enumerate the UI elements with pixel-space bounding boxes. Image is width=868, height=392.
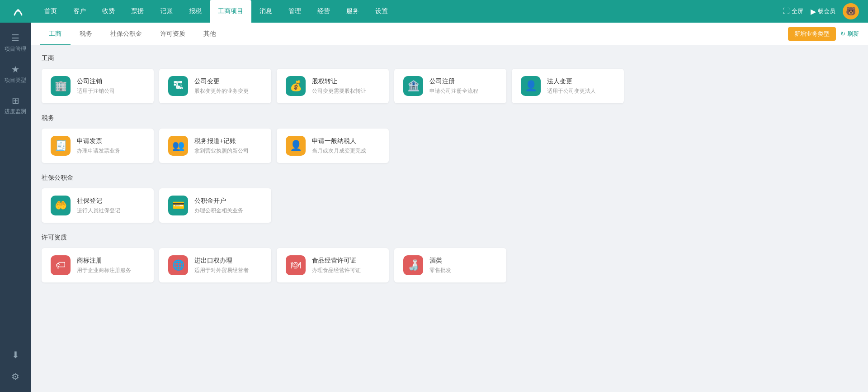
legal-change-text: 法人变更 适用于公司变更法人 — [547, 77, 596, 95]
sidebar-item-progress[interactable]: ⊞ 进度监测 — [0, 90, 31, 121]
tab-bar: 工商 税务 社保公积金 许可资质 其他 新增业务类型 ↻ 刷新 — [31, 23, 868, 45]
nav-settings[interactable]: 设置 — [367, 0, 396, 23]
apply-invoice-desc: 办理申请发票业务 — [77, 147, 120, 155]
fullscreen-label: 全屏 — [792, 7, 803, 15]
tab-shuiwu[interactable]: 税务 — [71, 23, 101, 45]
main-layout: ☰ 项目管理 ★ 项目类型 ⊞ 进度监测 ⬇ ⚙ 工商 税务 社保公积金 许可资… — [0, 23, 868, 392]
apply-invoice-text: 申请发票 办理申请发票业务 — [77, 137, 120, 155]
company-cancel-icon: 🏢 — [51, 76, 71, 96]
sidebar-label-project-type: 项目类型 — [5, 76, 26, 84]
nav-business[interactable]: 工商项目 — [210, 0, 251, 23]
card-company-register[interactable]: 🏦 公司注册 申请公司注册全流程 — [394, 69, 506, 103]
nav-home[interactable]: 首页 — [36, 0, 65, 23]
general-taxpayer-icon: 👤 — [286, 136, 306, 156]
sidebar-bottom: ⬇ ⚙ — [0, 344, 31, 392]
card-apply-invoice[interactable]: 🧾 申请发票 办理申请发票业务 — [42, 129, 154, 163]
tab-shebao[interactable]: 社保公积金 — [101, 23, 151, 45]
nav-manage[interactable]: 管理 — [280, 0, 309, 23]
section-title-gongshang: 工商 — [42, 54, 857, 62]
support-icon: ⚙ — [11, 371, 19, 382]
sidebar-item-project-type[interactable]: ★ 项目类型 — [0, 58, 31, 90]
company-register-title: 公司注册 — [429, 77, 478, 86]
tax-reporting-title: 税务报道+记账 — [194, 137, 249, 145]
section-title-shebao: 社保公积金 — [42, 174, 857, 182]
card-food-license[interactable]: 🍽 食品经营许可证 办理食品经营许可证 — [277, 248, 389, 282]
apply-invoice-icon: 🧾 — [51, 136, 71, 156]
general-taxpayer-title: 申请一般纳税人 — [312, 137, 366, 145]
refresh-label: 刷新 — [847, 30, 859, 38]
trademark-icon: 🏷 — [51, 255, 71, 275]
tab-gongshang[interactable]: 工商 — [40, 23, 71, 45]
new-type-button[interactable]: 新增业务类型 — [788, 27, 836, 41]
card-provident-fund[interactable]: 💳 公积金开户 办理公积金相关业务 — [159, 188, 271, 223]
social-insurance-desc: 进行人员社保登记 — [77, 207, 120, 215]
card-company-cancel[interactable]: 🏢 公司注销 适用于注销公司 — [42, 69, 154, 103]
nav-accounting[interactable]: 记账 — [152, 0, 181, 23]
card-general-taxpayer[interactable]: 👤 申请一般纳税人 当月或次月成变更完成 — [277, 129, 389, 163]
general-taxpayer-text: 申请一般纳税人 当月或次月成变更完成 — [312, 137, 366, 155]
import-export-title: 进出口权办理 — [194, 257, 249, 265]
nav-customer[interactable]: 客户 — [65, 0, 94, 23]
equity-transfer-text: 股权转让 公司变更需要股权转让 — [312, 77, 366, 95]
scroll-content[interactable]: 工商 🏢 公司注销 适用于注销公司 🏗 公司变更 股权变更外的业务变更 — [31, 45, 868, 392]
card-import-export[interactable]: 🌐 进出口权办理 适用于对外贸易经营者 — [159, 248, 271, 282]
card-trademark[interactable]: 🏷 商标注册 用于企业商标注册服务 — [42, 248, 154, 282]
provident-fund-icon: 💳 — [168, 196, 188, 215]
card-tax-reporting[interactable]: 👥 税务报道+记账 拿到营业执照的新公司 — [159, 129, 271, 163]
tax-reporting-text: 税务报道+记账 拿到营业执照的新公司 — [194, 137, 249, 155]
nav-operation[interactable]: 经营 — [309, 0, 338, 23]
nav-tax[interactable]: 报税 — [181, 0, 210, 23]
fullscreen-button[interactable]: ⛶ 全屏 — [783, 7, 803, 15]
vip-icon: ▶ — [811, 7, 816, 16]
company-cancel-desc: 适用于注销公司 — [77, 87, 115, 95]
refresh-button[interactable]: ↻ 刷新 — [840, 30, 859, 38]
vip-label: 畅会员 — [818, 7, 835, 15]
progress-icon: ⊞ — [12, 95, 19, 106]
tab-xuke[interactable]: 许可资质 — [151, 23, 194, 45]
company-change-desc: 股权变更外的业务变更 — [194, 87, 249, 95]
vip-button[interactable]: ▶ 畅会员 — [811, 7, 835, 16]
top-navigation: 首页 客户 收费 票据 记账 报税 工商项目 消息 管理 经营 服务 设置 ⛶ … — [0, 0, 868, 23]
card-alcohol[interactable]: 🍶 酒类 零售批发 — [394, 248, 506, 282]
company-cancel-text: 公司注销 适用于注销公司 — [77, 77, 115, 95]
nav-service[interactable]: 服务 — [338, 0, 367, 23]
sidebar-download[interactable]: ⬇ — [0, 344, 31, 366]
company-cancel-title: 公司注销 — [77, 77, 115, 86]
nav-items: 首页 客户 收费 票据 记账 报税 工商项目 消息 管理 经营 服务 设置 — [32, 0, 783, 23]
equity-transfer-desc: 公司变更需要股权转让 — [312, 87, 366, 95]
tab-other[interactable]: 其他 — [194, 23, 225, 45]
nav-invoice[interactable]: 票据 — [123, 0, 152, 23]
trademark-text: 商标注册 用于企业商标注册服务 — [77, 257, 131, 274]
section-title-shuiwu: 税务 — [42, 114, 857, 122]
fullscreen-icon: ⛶ — [783, 7, 790, 15]
equity-transfer-icon: 💰 — [286, 76, 306, 96]
avatar[interactable]: 🐻 — [843, 3, 859, 19]
nav-right: ⛶ 全屏 ▶ 畅会员 🐻 — [783, 3, 868, 19]
food-license-text: 食品经营许可证 办理食品经营许可证 — [312, 257, 361, 274]
provident-fund-desc: 办理公积金相关业务 — [194, 207, 243, 215]
project-management-icon: ☰ — [11, 33, 19, 43]
sidebar-item-project-management[interactable]: ☰ 项目管理 — [0, 27, 31, 58]
sidebar-support[interactable]: ⚙ — [0, 366, 31, 387]
card-company-change[interactable]: 🏗 公司变更 股权变更外的业务变更 — [159, 69, 271, 103]
tax-reporting-icon: 👥 — [168, 136, 188, 156]
trademark-desc: 用于企业商标注册服务 — [77, 267, 131, 274]
company-register-text: 公司注册 申请公司注册全流程 — [429, 77, 478, 95]
general-taxpayer-desc: 当月或次月成变更完成 — [312, 147, 366, 155]
nav-fee[interactable]: 收费 — [94, 0, 123, 23]
tax-reporting-desc: 拿到营业执照的新公司 — [194, 147, 249, 155]
company-change-title: 公司变更 — [194, 77, 249, 86]
card-legal-change[interactable]: 👤 法人变更 适用于公司变更法人 — [512, 69, 624, 103]
nav-message[interactable]: 消息 — [251, 0, 280, 23]
cards-grid-shebao: 🤲 社保登记 进行人员社保登记 💳 公积金开户 办理公积金相关业务 — [42, 188, 857, 223]
alcohol-desc: 零售批发 — [429, 267, 451, 274]
equity-transfer-title: 股权转让 — [312, 77, 366, 86]
card-social-insurance[interactable]: 🤲 社保登记 进行人员社保登记 — [42, 188, 154, 223]
provident-fund-title: 公积金开户 — [194, 197, 243, 205]
apply-invoice-title: 申请发票 — [77, 137, 120, 145]
legal-change-desc: 适用于公司变更法人 — [547, 87, 596, 95]
food-license-icon: 🍽 — [286, 255, 306, 275]
tab-actions: 新增业务类型 ↻ 刷新 — [788, 27, 859, 41]
import-export-desc: 适用于对外贸易经营者 — [194, 267, 249, 274]
card-equity-transfer[interactable]: 💰 股权转让 公司变更需要股权转让 — [277, 69, 389, 103]
